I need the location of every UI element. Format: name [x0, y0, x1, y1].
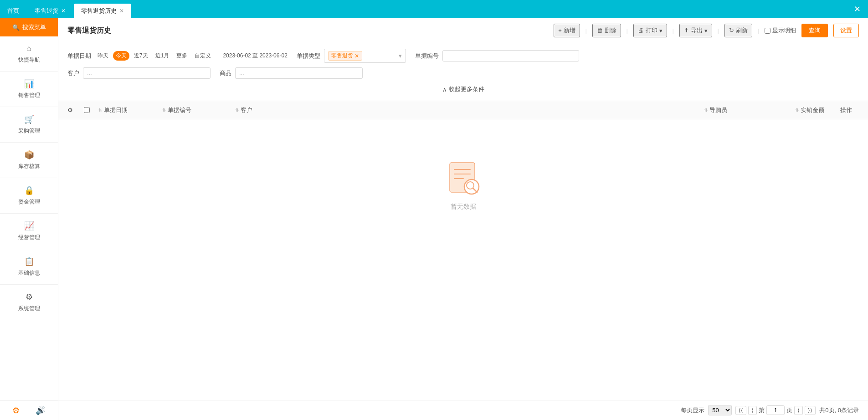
col-amount[interactable]: ⇅ 实销金额 — [773, 106, 828, 114]
goods-input[interactable] — [235, 67, 363, 79]
date-shortcuts: 昨天 今天 近7天 近1月 更多 自定义 — [95, 51, 214, 61]
filter-row-1: 单据日期 昨天 今天 近7天 近1月 更多 自定义 2023-06-02 至 2… — [67, 49, 859, 63]
sidebar-item-inventory[interactable]: 📦 库存核算 — [0, 143, 58, 178]
doc-type-select[interactable]: 零售退货 ✕ ▾ — [324, 49, 406, 63]
sidebar-item-basic-info[interactable]: 📋 基础信息 — [0, 249, 58, 285]
page-first-btn[interactable]: ⟨⟨ — [735, 406, 746, 415]
sidebar-item-finance[interactable]: 🔒 资金管理 — [0, 178, 58, 214]
refresh-button[interactable]: ↻ 刷新 — [724, 24, 752, 37]
doc-type-tag-close[interactable]: ✕ — [354, 53, 359, 59]
col-customer[interactable]: ⇅ 客户 — [231, 106, 700, 114]
col-date[interactable]: ⇅ 单据日期 — [95, 106, 159, 114]
date-1month[interactable]: 近1月 — [153, 51, 172, 61]
tab-close-retail-return-history[interactable]: ✕ — [119, 8, 124, 14]
volume-icon[interactable]: 🔊 — [36, 405, 46, 415]
col-doc-num[interactable]: ⇅ 单据编号 — [159, 106, 231, 114]
filter-area: 单据日期 昨天 今天 近7天 近1月 更多 自定义 2023-06-02 至 2… — [58, 43, 868, 101]
doc-num-input[interactable] — [442, 50, 579, 61]
table-wrapper: ⚙ ⇅ 单据日期 ⇅ 单据编号 ⇅ 客户 ⇅ — [58, 101, 868, 400]
sidebar-search[interactable]: 🔍 搜索菜单 — [0, 18, 58, 36]
doc-type-filter: 单据类型 零售退货 ✕ ▾ — [297, 49, 406, 63]
settings-icon[interactable]: ⚙ — [12, 405, 20, 415]
setting-button[interactable]: 设置 — [833, 24, 859, 37]
goods-label: 商品 — [220, 69, 231, 77]
export-button[interactable]: ⬆ 导出 ▾ — [679, 24, 712, 37]
delete-button[interactable]: 🗑 删除 — [592, 24, 621, 37]
sidebar: 🔍 搜索菜单 ⌂ 快捷导航 📊 销售管理 🛒 采购管理 📦 库存核算 🔒 资金管… — [0, 18, 58, 420]
sales-icon: 📊 — [24, 79, 34, 89]
page-next-btn[interactable]: ⟩ — [794, 406, 803, 415]
sidebar-item-sales-mgmt[interactable]: 📊 销售管理 — [0, 72, 58, 107]
page-header: 零售退货历史 + 新增 | 🗑 删除 | 🖨 打印 ▾ | ⬆ 导出 ▾ | ↻… — [58, 18, 868, 43]
top-bar: 首页 零售退货 ✕ 零售退货历史 ✕ ✕ — [0, 0, 868, 18]
basic-info-icon: 📋 — [24, 256, 34, 266]
customer-input[interactable] — [83, 67, 211, 79]
tab-home[interactable]: 首页 — [0, 4, 26, 18]
show-detail-checkbox-label[interactable]: 显示明细 — [765, 26, 796, 35]
col-settings: ⚙ — [62, 107, 78, 113]
page-prev-btn[interactable]: ⟨ — [748, 406, 757, 415]
content-area: 零售退货历史 + 新增 | 🗑 删除 | 🖨 打印 ▾ | ⬆ 导出 ▾ | ↻… — [58, 18, 868, 420]
empty-text: 暂无数据 — [451, 203, 476, 211]
date-today[interactable]: 今天 — [113, 51, 129, 61]
operations-icon: 📈 — [24, 221, 34, 231]
doc-num-label: 单据编号 — [415, 52, 439, 60]
sidebar-item-purchase-mgmt[interactable]: 🛒 采购管理 — [0, 107, 58, 143]
sort-icon: ⇅ — [235, 108, 239, 113]
date-more[interactable]: 更多 — [174, 51, 190, 61]
tab-close-retail-return[interactable]: ✕ — [61, 8, 66, 14]
sort-icon: ⇅ — [162, 108, 166, 113]
sidebar-search-label: 搜索菜单 — [22, 23, 46, 31]
chevron-down-icon: ▾ — [659, 27, 663, 34]
table-header: ⚙ ⇅ 单据日期 ⇅ 单据编号 ⇅ 客户 ⇅ — [58, 101, 868, 119]
system-icon: ⚙ — [26, 292, 33, 302]
customer-filter: 客户 — [67, 67, 211, 79]
sort-icon: ⇅ — [795, 108, 799, 113]
doc-type-label: 单据类型 — [297, 52, 320, 60]
add-button[interactable]: + 新增 — [554, 24, 580, 37]
date-range-display: 2023-06-02 至 2023-06-02 — [223, 52, 287, 60]
print-button[interactable]: 🖨 打印 ▾ — [633, 24, 667, 37]
chevron-down-icon: ▾ — [399, 52, 402, 59]
show-detail-checkbox[interactable] — [765, 28, 770, 34]
gear-icon[interactable]: ⚙ — [67, 107, 73, 113]
chevron-down-icon: ▾ — [704, 27, 708, 34]
page-last-btn[interactable]: ⟩⟩ — [805, 406, 816, 415]
page-nav: ⟨⟨ ⟨ 第 页 ⟩ ⟩⟩ — [735, 405, 816, 415]
col-ops: 操作 — [828, 106, 864, 114]
date-yesterday[interactable]: 昨天 — [95, 51, 111, 61]
sidebar-item-system-mgmt[interactable]: ⚙ 系统管理 — [0, 285, 58, 320]
sidebar-item-quick-nav[interactable]: ⌂ 快捷导航 — [0, 36, 58, 72]
date-custom[interactable]: 自定义 — [192, 51, 214, 61]
date-7days[interactable]: 近7天 — [131, 51, 151, 61]
tab-retail-return[interactable]: 零售退货 ✕ — [27, 4, 73, 18]
sidebar-item-operations[interactable]: 📈 经营管理 — [0, 214, 58, 249]
main-layout: 🔍 搜索菜单 ⌂ 快捷导航 📊 销售管理 🛒 采购管理 📦 库存核算 🔒 资金管… — [0, 18, 868, 420]
pagination: 每页显示 50 20 100 ⟨⟨ ⟨ 第 页 ⟩ ⟩⟩ 共0页, 0条记录 — [58, 400, 868, 420]
col-select-all[interactable] — [78, 107, 95, 113]
filter-row-2: 客户 商品 — [67, 67, 859, 79]
page-label: 第 — [759, 406, 765, 415]
tab-list: 首页 零售退货 ✕ 零售退货历史 ✕ — [0, 0, 854, 18]
page-number-input[interactable] — [766, 405, 785, 415]
tab-retail-return-history[interactable]: 零售退货历史 ✕ — [74, 4, 131, 18]
col-guide[interactable]: ⇅ 导购员 — [700, 106, 773, 114]
doc-type-tag: 零售退货 ✕ — [328, 51, 362, 61]
window-close-icon[interactable]: ✕ — [854, 4, 861, 14]
per-page-label: 每页显示 — [681, 406, 704, 415]
empty-state: 暂无数据 — [58, 119, 868, 247]
query-button[interactable]: 查询 — [801, 24, 828, 37]
sidebar-bottom: ⚙ 🔊 — [0, 400, 58, 420]
date-range-text: 2023-06-02 至 2023-06-02 — [223, 52, 287, 60]
home-icon: ⌂ — [26, 44, 31, 53]
pagination-total: 共0页, 0条记录 — [819, 406, 859, 415]
customer-label: 客户 — [67, 69, 79, 77]
goods-filter: 商品 — [220, 67, 363, 79]
page-unit: 页 — [786, 406, 792, 415]
select-all-checkbox[interactable] — [84, 107, 90, 113]
per-page-select[interactable]: 50 20 100 — [708, 405, 732, 415]
purchase-icon: 🛒 — [24, 114, 34, 124]
collapse-button[interactable]: ∧ 收起更多条件 — [435, 83, 492, 95]
sort-icon: ⇅ — [98, 108, 102, 113]
finance-icon: 🔒 — [24, 185, 34, 195]
